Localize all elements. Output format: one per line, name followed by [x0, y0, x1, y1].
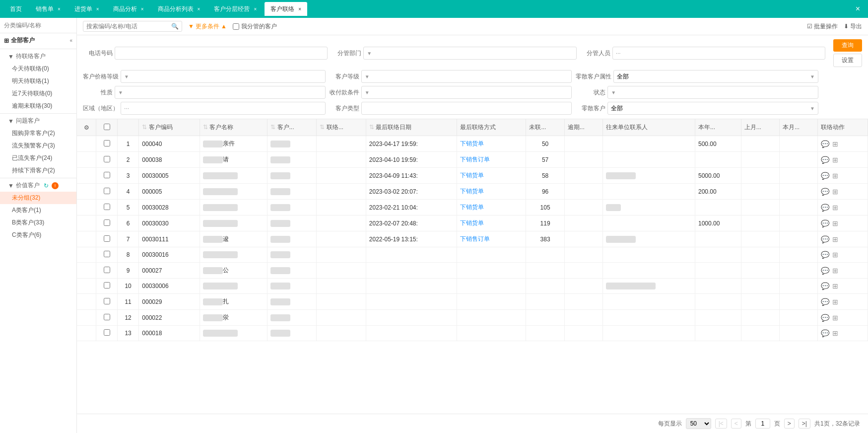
row-checkbox[interactable]	[104, 204, 110, 210]
all-customers-header[interactable]: ⊞ 全部客户 «	[0, 33, 76, 48]
sidebar-group-value[interactable]: ▼ 价值客户 ↻ !	[0, 179, 76, 192]
row-checkbox[interactable]	[104, 140, 110, 146]
person-input[interactable]: ···	[612, 47, 825, 60]
row-checkbox[interactable]	[104, 172, 110, 178]
row-checkbox[interactable]	[104, 314, 110, 320]
grid-action-icon[interactable]: ⊞	[832, 219, 838, 227]
last-method-col-header[interactable]: 最后联络方式	[457, 119, 526, 136]
row-checkbox[interactable]	[104, 156, 110, 162]
checkbox-cell[interactable]	[96, 216, 118, 231]
grid-action-icon[interactable]: ⊞	[832, 298, 838, 306]
chat-icon[interactable]: 💬	[821, 188, 829, 196]
status-input[interactable]: ▼	[607, 86, 818, 99]
settings-col-header[interactable]: ⚙	[77, 119, 96, 136]
person-ellipsis[interactable]: ···	[616, 50, 621, 57]
refresh-icon[interactable]: ↻	[44, 182, 49, 189]
query-button[interactable]: 查询	[833, 39, 862, 52]
chat-icon[interactable]: 💬	[821, 219, 829, 227]
sidebar-item-tomorrow[interactable]: 明天待联络(1)	[0, 75, 76, 87]
sidebar-collapse-icon[interactable]: «	[69, 38, 72, 43]
checkbox-cell[interactable]	[96, 136, 118, 152]
row-checkbox[interactable]	[104, 329, 110, 336]
last-method-link[interactable]: 下销货单	[460, 188, 484, 195]
grid-action-icon[interactable]: ⊞	[832, 282, 838, 290]
row-checkbox[interactable]	[104, 219, 110, 226]
grid-action-icon[interactable]: ⊞	[832, 188, 838, 196]
close-customer-tier-icon[interactable]: ×	[254, 6, 257, 12]
nav-tab-customer-contact[interactable]: 客户联络 ×	[265, 2, 307, 16]
grid-action-icon[interactable]: ⊞	[832, 329, 838, 337]
checkbox-cell[interactable]	[96, 200, 118, 216]
close-analysis-icon[interactable]: ×	[141, 6, 144, 12]
grid-action-icon[interactable]: ⊞	[832, 140, 838, 148]
sidebar-item-class-b[interactable]: B类客户(33)	[0, 216, 76, 229]
row-checkbox[interactable]	[104, 298, 110, 304]
last-method-link[interactable]: 下销售订单	[460, 235, 490, 242]
chat-icon[interactable]: 💬	[821, 156, 829, 164]
first-page-btn[interactable]: |<	[715, 419, 727, 429]
type-col-header[interactable]: ⇅ 客户...	[267, 119, 317, 136]
last-month-col-header[interactable]: 上月...	[741, 119, 779, 136]
sidebar-item-churn-warning[interactable]: 流失预警客户(3)	[0, 140, 76, 152]
checkbox-col-header[interactable]	[96, 119, 118, 136]
window-close-button[interactable]: ×	[852, 4, 864, 13]
last-method-link[interactable]: 下销货单	[460, 140, 484, 147]
sidebar-item-7days[interactable]: 近7天待联络(0)	[0, 87, 76, 100]
reset-button[interactable]: 设置	[833, 54, 862, 67]
payment-input[interactable]: ▼	[361, 86, 572, 99]
sidebar-item-today[interactable]: 今天待联络(0)	[0, 63, 76, 75]
customer-type-input[interactable]	[361, 102, 572, 115]
per-page-select[interactable]: 50 100 200	[686, 418, 711, 429]
grid-action-icon[interactable]: ⊞	[832, 314, 838, 322]
row-checkbox[interactable]	[104, 235, 110, 242]
close-customer-contact-icon[interactable]: ×	[298, 6, 301, 12]
last-method-link[interactable]: 下销售订单	[460, 156, 490, 163]
checkbox-cell[interactable]	[96, 326, 118, 341]
chat-icon[interactable]: 💬	[821, 204, 829, 212]
chat-icon[interactable]: 💬	[821, 329, 829, 337]
checkbox-cell[interactable]	[96, 263, 118, 279]
last-method-link[interactable]: 下销货单	[460, 204, 484, 211]
next-page-btn[interactable]: >	[784, 419, 795, 429]
checkbox-cell[interactable]	[96, 231, 118, 247]
region-input[interactable]: ···	[121, 102, 326, 115]
checkbox-cell[interactable]	[96, 184, 118, 200]
row-checkbox[interactable]	[104, 282, 110, 289]
phone-input[interactable]	[115, 47, 328, 60]
scatter-customer-input[interactable]: 全部 ▼	[607, 102, 818, 115]
search-input[interactable]	[86, 23, 169, 30]
sidebar-item-hoarding-abnormal[interactable]: 囤购异常客户(2)	[0, 127, 76, 140]
select-all-checkbox[interactable]	[104, 124, 110, 130]
more-conditions-btn[interactable]: ▼ 更多条件 ▲	[188, 22, 227, 31]
checkbox-cell[interactable]	[96, 168, 118, 184]
last-method-link[interactable]: 下销货单	[460, 172, 484, 179]
chat-icon[interactable]: 💬	[821, 282, 829, 290]
sidebar-item-ungrouped[interactable]: 未分组(32)	[0, 192, 76, 204]
grid-action-icon[interactable]: ⊞	[832, 251, 838, 259]
nav-tab-purchase[interactable]: 进货单 ×	[68, 2, 105, 16]
grid-action-icon[interactable]: ⊞	[832, 156, 838, 164]
checkbox-cell[interactable]	[96, 247, 118, 263]
sidebar-group-problem[interactable]: ▼ 问题客户	[0, 115, 76, 127]
search-box[interactable]: 🔍	[83, 21, 182, 32]
grid-action-icon[interactable]: ⊞	[832, 172, 838, 180]
close-analysis-list-icon[interactable]: ×	[198, 6, 200, 12]
nav-tab-sales[interactable]: 销售单 ×	[30, 2, 67, 16]
chat-icon[interactable]: 💬	[821, 298, 829, 306]
company-contact-col-header[interactable]: 往来单位联系人	[603, 119, 695, 136]
sidebar-item-declining[interactable]: 持续下滑客户(2)	[0, 164, 76, 177]
row-checkbox[interactable]	[104, 267, 110, 273]
sidebar-item-churned[interactable]: 已流失客户(24)	[0, 152, 76, 164]
prev-page-btn[interactable]: <	[731, 419, 741, 429]
grid-action-icon[interactable]: ⊞	[832, 204, 838, 212]
nav-tab-customer-tier[interactable]: 客户分层经营 ×	[208, 2, 263, 16]
grid-action-icon[interactable]: ⊞	[832, 267, 838, 275]
nav-tab-home[interactable]: 首页	[4, 2, 28, 16]
last-date-col-header[interactable]: ⇅ 最后联络日期	[366, 119, 457, 136]
checkbox-cell[interactable]	[96, 279, 118, 294]
price-level-input[interactable]: ▼	[121, 70, 326, 83]
search-icon[interactable]: 🔍	[171, 23, 179, 30]
my-customers-check[interactable]	[233, 23, 239, 30]
sidebar-group-pending[interactable]: ▼ 待联络客户	[0, 50, 76, 63]
contact-col-header[interactable]: ⇅ 联络...	[317, 119, 366, 136]
